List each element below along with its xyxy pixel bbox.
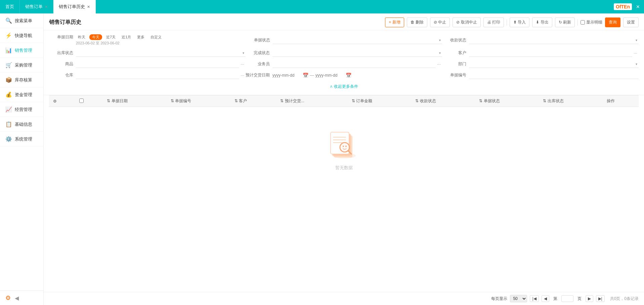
close-sales-order-history-tab[interactable]: ✕ xyxy=(87,5,90,9)
sidebar-item-search-menu[interactable]: 🔍 搜索菜单 xyxy=(0,13,43,28)
warehouse-input[interactable] xyxy=(76,71,239,79)
order-status-select[interactable] xyxy=(273,36,442,44)
sidebar-item-sys-mgmt[interactable]: ⚙️ 系统管理 xyxy=(0,132,43,147)
settings-button[interactable]: 设置 xyxy=(623,17,639,27)
order-status-select-wrapper: ▾ xyxy=(273,36,442,44)
calendar-start-icon[interactable]: 📅 xyxy=(303,73,308,78)
filter-row-2: 出库状态 ▾ 完成状态 ▾ xyxy=(49,49,639,57)
th-order-status[interactable]: ⇅ 单据状态 xyxy=(475,96,539,107)
sidebar-settings-icon[interactable]: ⚙ xyxy=(5,294,11,302)
customer-dots-btn[interactable]: ··· xyxy=(632,50,639,55)
th-gear[interactable]: ⚙ xyxy=(49,96,75,107)
th-order-amount[interactable]: ⇅ 订单金额 xyxy=(348,96,412,107)
empty-state-text: 暂无数据 xyxy=(335,165,353,171)
toolbar-divider-2 xyxy=(577,20,578,26)
th-delivery-status[interactable]: ⇅ 出库状态 xyxy=(539,96,603,107)
sys-mgmt-icon: ⚙️ xyxy=(5,136,12,142)
sidebar-item-operations[interactable]: 📈 经营管理 xyxy=(0,102,43,117)
refresh-button[interactable]: ↻ 刷新 xyxy=(555,17,575,27)
delivery-status-select[interactable] xyxy=(76,49,246,57)
department-select[interactable] xyxy=(469,60,639,68)
th-customer[interactable]: ⇅ 客户 xyxy=(230,96,276,107)
tab-home[interactable]: 首页 xyxy=(0,0,20,13)
cancel-stop-button[interactable]: ⊘ 取消中止 xyxy=(453,17,480,27)
th-order-no[interactable]: ⇅ 单据编号 xyxy=(167,96,230,107)
order-no-input[interactable] xyxy=(469,71,639,79)
sidebar-item-inventory[interactable]: 📦 库存核算 xyxy=(0,73,43,87)
print-button[interactable]: 🖨 打印 xyxy=(483,17,504,27)
filter-row-4: 仓库 ··· 预计交货日期 📅 — 📅 单据编号 xyxy=(49,71,639,79)
customer-group: 客户 ··· xyxy=(442,49,639,57)
import-button[interactable]: ⬆ 导入 xyxy=(510,17,529,27)
tab-sales-order-history[interactable]: 销售订单历史 ✕ xyxy=(53,0,96,13)
new-button[interactable]: + 新增 xyxy=(385,17,404,27)
salesperson-label: 业务员 xyxy=(246,61,272,67)
product-label: 商品 xyxy=(49,61,76,67)
svg-point-11 xyxy=(345,146,347,147)
th-delivery-status-label: 出库状态 xyxy=(548,99,564,103)
warehouse-dots-btn[interactable]: ··· xyxy=(239,73,246,78)
collapse-filter-btn[interactable]: ∧ 收起更多条件 xyxy=(49,82,639,91)
page-last-btn[interactable]: ▶| xyxy=(596,295,605,302)
date-last1m-btn[interactable]: 近1月 xyxy=(120,34,133,40)
calendar-end-icon[interactable]: 📅 xyxy=(346,73,351,78)
filter-area: 单据日期 昨天 今天 近7天 近1月 更多 自定义 2023-06-02 至 2… xyxy=(44,30,644,95)
page-first-btn[interactable]: |◀ xyxy=(530,295,539,302)
sidebar-item-sales-mgmt[interactable]: 📊 销售管理 xyxy=(0,43,43,58)
delivery-date-end-input[interactable] xyxy=(315,72,346,79)
date-today-btn[interactable]: 今天 xyxy=(89,34,102,40)
window-close-icon[interactable]: ✕ xyxy=(636,4,640,9)
purchase-icon: 🛒 xyxy=(5,62,12,68)
page-title: 销售订单历史 xyxy=(49,19,81,26)
th-expected-delivery[interactable]: ⇅ 预计交货... xyxy=(276,96,347,107)
order-status-label: 单据状态 xyxy=(246,37,273,43)
product-input[interactable] xyxy=(76,60,239,68)
delivery-date-start-input[interactable] xyxy=(272,72,303,79)
date-yesterday-btn[interactable]: 昨天 xyxy=(76,34,87,40)
delete-button[interactable]: 🗑 删除 xyxy=(407,17,427,27)
empty-illustration xyxy=(324,127,364,161)
svg-point-10 xyxy=(343,146,344,147)
page-prev-btn[interactable]: ◀ xyxy=(542,295,549,302)
sidebar-item-purchase-mgmt[interactable]: 🛒 采购管理 xyxy=(0,58,43,73)
th-checkbox[interactable] xyxy=(75,96,103,107)
salesperson-input[interactable] xyxy=(272,60,436,68)
close-sales-order-tab[interactable]: ✕ xyxy=(45,5,48,9)
sidebar-item-sales-mgmt-label: 销售管理 xyxy=(15,47,32,53)
th-expected-delivery-label: 预计交货... xyxy=(285,99,304,103)
page-next-btn[interactable]: ▶ xyxy=(586,295,593,302)
th-operation-label: 操作 xyxy=(607,99,615,103)
select-all-checkbox[interactable] xyxy=(79,99,84,103)
page-size-select[interactable]: 50 20 100 xyxy=(510,295,527,302)
th-order-amount-label: 订单金额 xyxy=(356,99,372,103)
sidebar-item-quick-nav[interactable]: ⚡ 快捷导航 xyxy=(0,28,43,43)
date-more-btn[interactable]: 更多 xyxy=(135,34,146,40)
display-detail-input[interactable] xyxy=(581,20,585,25)
complete-status-select[interactable] xyxy=(272,49,442,57)
th-date[interactable]: ⇅ 单据日期 xyxy=(103,96,167,107)
search-icon: 🔍 xyxy=(5,17,12,24)
display-detail-checkbox[interactable]: 显示明细 xyxy=(581,20,602,25)
date-dash: — xyxy=(308,73,315,78)
date-custom-btn[interactable]: 自定义 xyxy=(148,34,164,40)
date-last7-btn[interactable]: 近7天 xyxy=(104,34,118,40)
stop-button[interactable]: ⊘ 中止 xyxy=(430,17,450,27)
tab-sales-order[interactable]: 销售订单 ✕ xyxy=(20,0,53,13)
sidebar-item-purchase-mgmt-label: 采购管理 xyxy=(15,62,32,68)
th-payment-status[interactable]: ⇅ 收款状态 xyxy=(411,96,475,107)
sidebar-item-base-info[interactable]: 📋 基础信息 xyxy=(0,117,43,132)
sidebar-item-sys-mgmt-label: 系统管理 xyxy=(15,136,32,142)
payment-status-select[interactable] xyxy=(469,36,639,44)
query-button[interactable]: 查询 xyxy=(605,17,620,27)
sidebar-item-finance[interactable]: 💰 资金管理 xyxy=(0,87,43,102)
sidebar-collapse-icon[interactable]: ◀ xyxy=(15,295,19,301)
sidebar-item-finance-label: 资金管理 xyxy=(15,92,32,98)
empty-state: 暂无数据 xyxy=(49,107,639,191)
page-number-input[interactable]: 1 xyxy=(561,295,573,302)
customer-input[interactable] xyxy=(469,49,632,57)
export-button[interactable]: ⬇ 导出 xyxy=(532,17,552,27)
date-quick-buttons: 昨天 今天 近7天 近1月 更多 自定义 xyxy=(76,34,164,40)
product-dots-btn[interactable]: ··· xyxy=(239,62,246,67)
salesperson-dots-btn[interactable]: ··· xyxy=(436,62,442,67)
display-detail-label: 显示明细 xyxy=(586,20,602,25)
